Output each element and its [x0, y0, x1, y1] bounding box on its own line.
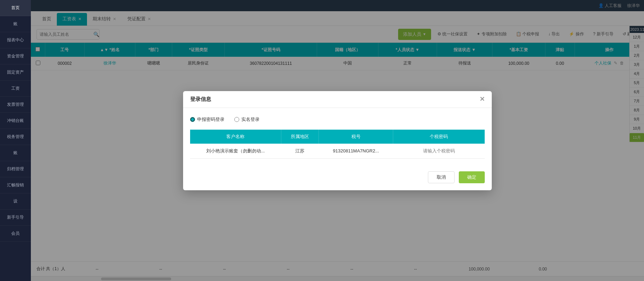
- sidebar-item-ledger[interactable]: 账: [0, 16, 31, 32]
- dialog-password-cell[interactable]: [393, 144, 485, 159]
- radio-password-login[interactable]: 申报密码登录: [190, 116, 224, 123]
- confirm-button[interactable]: 确定: [459, 171, 485, 183]
- dialog-tax-id: 91320811MA7NGR2...: [319, 144, 393, 159]
- sidebar-item-member[interactable]: 会员: [0, 226, 31, 242]
- sidebar-item-assets[interactable]: 固定资产: [0, 64, 31, 81]
- sidebar-item-report[interactable]: 报表中心: [0, 32, 31, 48]
- dialog-col-tax-id: 税号: [319, 130, 393, 144]
- dialog-col-client: 客户名称: [190, 130, 281, 144]
- radio-password-input[interactable]: [190, 117, 195, 122]
- dialog-footer: 取消 确定: [183, 166, 492, 190]
- cancel-button[interactable]: 取消: [428, 171, 455, 183]
- dialog-close-button[interactable]: ✕: [479, 96, 485, 102]
- dialog-table-row: 刘小艳演示账套（勿删勿动... 江苏 91320811MA7NGR2...: [190, 144, 485, 159]
- login-info-dialog: 登录信息 ✕ 申报密码登录 实名登录 客户名称 所属地: [183, 91, 492, 190]
- sidebar-item-invoice[interactable]: 发票管理: [0, 97, 31, 113]
- dialog-title: 登录信息: [190, 96, 211, 103]
- sidebar-item-home[interactable]: 首页: [0, 0, 31, 16]
- login-info-table: 客户名称 所属地区 税号 个税密码 刘小艳演示账套（勿删勿动... 江苏 913…: [190, 130, 485, 159]
- tax-password-input[interactable]: [398, 148, 480, 153]
- sidebar-item-chargeback[interactable]: 冲销台账: [0, 113, 31, 129]
- radio-realname-login[interactable]: 实名登录: [234, 116, 260, 123]
- dialog-overlay: 登录信息 ✕ 申报密码登录 实名登录 客户名称 所属地: [31, 0, 644, 281]
- dialog-col-region: 所属地区: [281, 130, 319, 144]
- sidebar-item-archive[interactable]: 归档管理: [0, 161, 31, 177]
- sidebar-item-tax[interactable]: 税务管理: [0, 129, 31, 145]
- dialog-header: 登录信息 ✕: [183, 91, 492, 108]
- sidebar: 首页 账 报表中心 资金管理 固定资产 工资 发票管理 冲销台账 税务管理 账 …: [0, 0, 31, 281]
- dialog-col-password: 个税密码: [393, 130, 485, 144]
- sidebar-item-funds[interactable]: 资金管理: [0, 48, 31, 64]
- sidebar-item-settings[interactable]: 设: [0, 193, 31, 210]
- dialog-client-name: 刘小艳演示账套（勿删勿动...: [190, 144, 281, 159]
- dialog-region: 江苏: [281, 144, 319, 159]
- radio-realname-input[interactable]: [234, 117, 239, 122]
- sidebar-item-account[interactable]: 账: [0, 145, 31, 161]
- sidebar-item-guide[interactable]: 新手引导: [0, 210, 31, 226]
- sidebar-item-payroll[interactable]: 工资: [0, 81, 31, 97]
- dialog-body: 申报密码登录 实名登录 客户名称 所属地区 税号 个税密码: [183, 108, 492, 166]
- sidebar-item-expense[interactable]: 汇畅报销: [0, 177, 31, 193]
- login-type-radio-group: 申报密码登录 实名登录: [190, 116, 485, 123]
